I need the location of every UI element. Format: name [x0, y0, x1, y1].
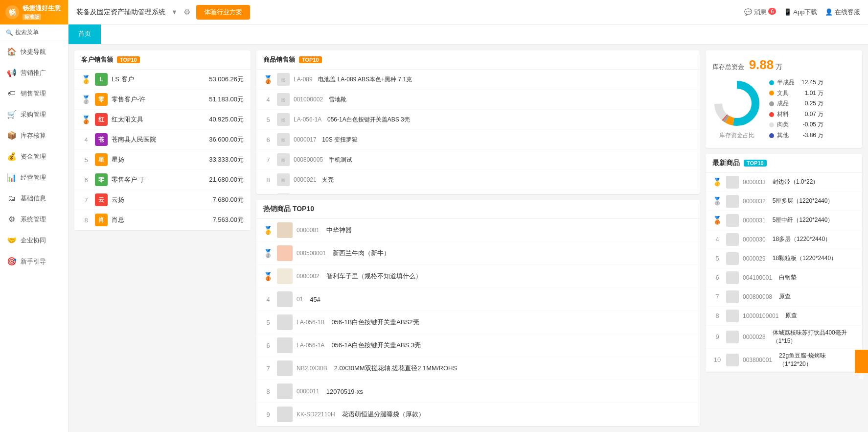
customer-rank-row: 🥇 L LS 客户 53,006.26元 — [74, 70, 251, 90]
sales-icon: 🏷 — [7, 89, 17, 98]
newest-product-row: 10 003800001 22g鱼豆腐-烧烤味（1*12*20） — [706, 349, 862, 372]
legend-dot — [769, 80, 774, 85]
system-title: 装备及固定资产辅助管理系统 — [76, 8, 165, 17]
sidebar-item-cooperation[interactable]: 🤝 企业协同 — [0, 230, 68, 251]
hot-product-row: 🥈 000500001 新西兰牛肉（新牛） — [256, 242, 700, 265]
sidebar-item-system[interactable]: ⚙ 系统管理 — [0, 209, 68, 230]
hot-product-row: 7 NB2.0X30B 2.0X30MM双搓花轴,搓花直径2.1MM/ROHS — [256, 357, 700, 380]
hot-product-row: 6 LA-056-1A 056-1A白色按键开关盖ABS 3壳 — [256, 334, 700, 357]
content: 客户销售额 TOP10 🥇 L LS 客户 53,006.26元 — [69, 45, 868, 432]
online-service-btn[interactable]: 👤 在线客服 — [825, 8, 860, 17]
customer-rank-row: 🥈 零 零售客户-许 51,183.00元 — [74, 90, 251, 110]
legend-item: 其他 -3.86 万 — [769, 130, 823, 141]
svg-rect-28 — [728, 311, 737, 321]
donut-chart-container: 库存资金占比 半成品 12.45 万 文具 — [712, 77, 855, 141]
center-column: 商品销售额 TOP10 🥉 图 LA-089 电池盖 LA-089 ABS本色+… — [256, 50, 700, 426]
customer-avatar: 云 — [95, 193, 108, 206]
customer-ranking-list: 🥇 L LS 客户 53,006.26元 🥈 零 零售客户-许 51,183.0… — [74, 70, 251, 230]
customer-name: 红太阳文具 — [112, 115, 205, 124]
legend-item: 材料 0.07 万 — [769, 109, 823, 120]
customer-rank-row: 5 星 星扬 33,333.00元 — [74, 150, 251, 170]
customer-rank-row: 7 云 云扬 7,680.00元 — [74, 190, 251, 210]
customer-ranking-panel: 客户销售额 TOP10 🥇 L LS 客户 53,006.26元 — [74, 50, 251, 230]
sidebar-item-finance[interactable]: 💰 资金管理 — [0, 146, 68, 167]
search-icon: 🔍 — [6, 29, 13, 36]
dropdown-icon[interactable]: ▼ — [171, 8, 178, 16]
header-actions: 💬 消息 6 📱 App下载 👤 在线客服 — [744, 8, 860, 17]
customer-value: 53,006.26元 — [209, 75, 244, 84]
app-download-btn[interactable]: 📱 App下载 — [784, 8, 817, 17]
inventory-panel: 库存总资金 9.88 万 — [706, 50, 862, 148]
hot-product-row: 🥉 0000002 智利车子里（规格不知道填什么） — [256, 265, 700, 288]
hot-product-img — [277, 407, 293, 422]
hot-product-row: 5 LA-056-1B 056-1B白色按键开关盖ABS2壳 — [256, 311, 700, 334]
sidebar-item-guide[interactable]: 🎯 新手引导 — [0, 251, 68, 272]
trial-button[interactable]: 体验行业方案 — [196, 5, 250, 20]
customer-rank-row: 6 零 零售客户-于 21,680.00元 — [74, 170, 251, 190]
search-menu[interactable]: 🔍 搜索菜单 — [0, 24, 68, 41]
notifications-btn[interactable]: 💬 消息 6 — [744, 8, 776, 17]
right-column: 库存总资金 9.88 万 — [706, 50, 862, 426]
logo-icon: 畅 — [5, 5, 20, 20]
legend-dot — [769, 91, 774, 96]
product-info: LA-089 电池盖 LA-089 ABS本色+黑种 7.1克 — [294, 75, 693, 84]
sidebar-item-quick-nav[interactable]: 🏠 快捷导航 — [0, 41, 68, 62]
customer-rank-row: 8 肖 肖总 7,563.00元 — [74, 210, 251, 230]
product-info: 000800005 手机测试 — [294, 156, 693, 164]
float-btn-live[interactable]: 直播 — [855, 365, 868, 373]
newest-product-row: 7 000800008 原查 — [706, 288, 862, 307]
product-thumbnail: 图 — [277, 113, 290, 126]
sidebar-item-operations[interactable]: 📊 经营管理 — [0, 167, 68, 188]
hot-products-panel: 热销商品 TOP10 🥇 0000001 中华神器 🥈 000500001 — [256, 200, 700, 426]
customer-avatar: 红 — [95, 113, 108, 126]
legend-item: 半成品 12.45 万 — [769, 77, 823, 88]
medal-gold: 🥇 — [81, 75, 91, 84]
customer-value: 51,183.00元 — [209, 95, 244, 104]
cooperation-icon: 🤝 — [7, 236, 17, 245]
sidebar-item-inventory[interactable]: 📦 库存核算 — [0, 125, 68, 146]
float-btn-service[interactable]: 客服热线 — [855, 350, 868, 358]
marketing-icon: 📢 — [7, 68, 17, 77]
customer-avatar: 零 — [95, 93, 108, 106]
inventory-chart-label: 库存资金占比 — [712, 131, 761, 140]
product-rank-row: 🥉 图 LA-089 电池盖 LA-089 ABS本色+黑种 7.1克 — [256, 70, 700, 90]
sidebar-item-basic-info[interactable]: 🗂 基础信息 — [0, 188, 68, 209]
medal-gold: 🥇 — [263, 226, 273, 235]
settings-icon[interactable]: ⚙ — [183, 7, 190, 17]
newest-products-panel: 最新商品 TOP10 🥇 0000033 封边带（1.0*22） — [706, 154, 862, 372]
sidebar-item-purchase[interactable]: 🛒 采购管理 — [0, 104, 68, 125]
customer-ranking-title: 客户销售额 — [81, 55, 113, 64]
newest-product-img — [726, 176, 739, 189]
svg-rect-24 — [728, 235, 737, 244]
legend-dot — [769, 112, 774, 117]
hot-products-header: 热销商品 TOP10 — [256, 200, 700, 219]
medal-bronze: 🥉 — [263, 272, 273, 281]
product-info: LA-056-1A 056-1A白色按键开关盖ABS 3壳 — [294, 116, 693, 124]
product-rank-row: 8 图 0000021 夹壳 — [256, 170, 700, 190]
product-ranking-list: 🥉 图 LA-089 电池盖 LA-089 ABS本色+黑种 7.1克 4 — [256, 70, 700, 194]
customer-rank-row: 🥉 红 红太阳文具 40,925.00元 — [74, 110, 251, 130]
float-btn-community[interactable]: 服务社区 — [855, 358, 868, 365]
product-rank-row: 5 图 LA-056-1A 056-1A白色按键开关盖ABS 3壳 — [256, 110, 700, 130]
customer-ranking-header: 客户销售额 TOP10 — [74, 50, 251, 70]
home-icon: 🏠 — [7, 47, 17, 56]
hot-product-img — [277, 360, 293, 376]
hot-product-img — [277, 384, 293, 399]
left-column: 客户销售额 TOP10 🥇 L LS 客户 53,006.26元 — [74, 50, 251, 426]
product-ranking-header: 商品销售额 TOP10 — [256, 50, 700, 70]
tab-home[interactable]: 首页 — [69, 24, 101, 44]
hot-product-img — [277, 222, 293, 238]
newest-product-row: 8 10000100001 原查 — [706, 307, 862, 326]
newest-product-img — [726, 252, 739, 265]
purchase-icon: 🛒 — [7, 110, 17, 119]
sidebar-item-sales[interactable]: 🏷 销售管理 — [0, 83, 68, 104]
svg-text:图: 图 — [281, 78, 285, 82]
rank-num: 🥈 — [81, 95, 91, 104]
newest-product-img — [726, 271, 739, 284]
donut-chart: 库存资金占比 — [712, 79, 761, 140]
svg-rect-21 — [728, 177, 737, 187]
system-icon: ⚙ — [7, 215, 17, 224]
basic-info-icon: 🗂 — [7, 194, 17, 203]
newest-product-row: 🥇 0000033 封边带（1.0*22） — [706, 173, 862, 192]
sidebar-item-marketing[interactable]: 📢 营销推广 — [0, 62, 68, 83]
